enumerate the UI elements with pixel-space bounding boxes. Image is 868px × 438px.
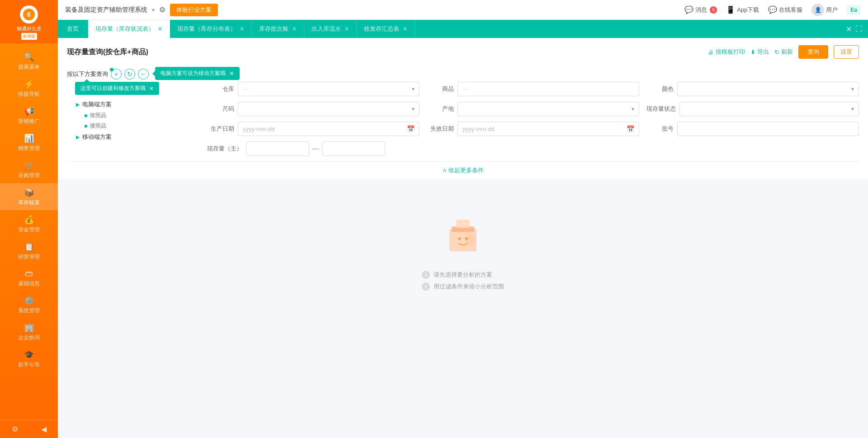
schema-sub-item-1[interactable]: ■ 按照品 [84,110,203,121]
system-dropdown[interactable]: ▾ [152,7,155,13]
exp-date-input[interactable]: yyyy-mm-dd 📅 [458,122,639,136]
sidebar-item-inventory[interactable]: 📦 库存核算 [0,183,58,210]
sidebar-item-operations[interactable]: 📋 经营管理 [0,237,58,264]
origin-select[interactable]: ▾ [458,102,639,116]
main-area: 装备及固定资产辅助管理系统 ▾ ⚙ 体验行业方案 💬 消息 6 📱 App下载 … [58,0,868,438]
origin-arrow: ▾ [632,106,634,112]
stock-to-input[interactable] [322,141,385,156]
online-service-action[interactable]: 💬 在线客服 [768,5,802,14]
tab-close-batch-account[interactable]: ✕ [292,26,297,32]
schema-area: 这里可以创建和修改方案哦 ✕ ▶ 电脑端方案 ■ 按 [67,82,859,161]
sidebar-item-system[interactable]: ⚙️ 系统管理 [0,291,58,318]
batch-input[interactable] [677,122,859,136]
filter-group-warehouse: 仓库 ··· ▾ [207,82,420,96]
settings-bottom-icon[interactable]: ⚙ [12,425,18,433]
collapse-icon[interactable]: ◀ [41,425,47,433]
sidebar-item-label: 库存核算 [18,199,40,207]
refresh-icon: ↻ [774,49,779,56]
tab-receive-send[interactable]: 收发存汇总表 ✕ [357,20,415,38]
sidebar-item-label: 采购管理 [18,172,40,179]
back-schema-btn[interactable]: ← [138,69,149,80]
prod-date-input[interactable]: yyyy-mm-dd 📅 [238,122,420,136]
sidebar-item-guide[interactable]: 🎓 新手引导 [0,345,58,372]
tab-close-inventory-status[interactable]: ✕ [158,26,162,32]
empty-svg [436,215,490,260]
sidebar-item-quicknav[interactable]: ⚡ 快捷导航 [0,75,58,102]
tab-close-inventory-dist[interactable]: ✕ [240,26,244,32]
sidebar-item-label: 营销推广 [18,118,40,125]
color-select[interactable]: ▾ [677,82,859,96]
chevron-up-icon: ∧ [442,167,447,174]
warehouse-placeholder: ··· [243,86,248,93]
refresh-schema-btn[interactable]: ↻ [124,69,135,80]
color-label: 颜色 [646,85,674,93]
tab-inout-flow[interactable]: 出入库流水 ✕ [304,20,357,38]
more-conditions-toggle[interactable]: ∧ 收起更多条件 [67,161,859,179]
tab-close-all-icon[interactable]: ✕ [846,25,852,33]
query-button[interactable]: 查询 [798,45,828,59]
sidebar-item-search[interactable]: 🔍 搜索菜单 [0,47,58,75]
schema-tree-mobile[interactable]: ▶ 移动端方案 [76,131,203,143]
sidebar-item-label: 销售管理 [18,145,40,152]
tab-close-inout-flow[interactable]: ✕ [344,26,349,32]
exp-date-calendar-icon[interactable]: 📅 [627,125,634,132]
filter-fields-panel: 仓库 ··· ▾ 商品 ··· [203,82,859,161]
sidebar-item-purchase[interactable]: 🛒 采购管理 [0,156,58,183]
tooltip1: 电脑方案可设为移动方案哦 ✕ [155,67,240,80]
inventory-icon: 📦 [24,188,34,198]
user-label: 用户 [826,6,838,14]
tab-maximize-icon[interactable]: ⛶ [855,25,863,33]
header-settings-icon[interactable]: ⚙ [159,5,165,14]
tab-home-label: 首页 [67,25,79,33]
sidebar-item-basic-info[interactable]: 🗃 基础信息 [0,264,58,291]
tab-home[interactable]: 首页 [58,20,88,38]
tab-batch-account[interactable]: 库存批次账 ✕ [252,20,304,38]
export-button[interactable]: ⬇ 导出 [750,48,769,56]
goods-select[interactable]: ··· [458,82,639,96]
sidebar-item-sales[interactable]: 📊 销售管理 [0,129,58,156]
empty-step-1: 1 请先选择要分析的方案 [422,271,504,279]
filter-group-status: 现存量状态 ▾ [646,102,859,116]
schema-sub-item-2[interactable]: ■ 接照品 [84,121,203,131]
prod-date-calendar-icon[interactable]: 📅 [407,125,415,132]
goods-label: 商品 [427,85,454,93]
warehouse-select[interactable]: ··· ▾ [238,82,420,96]
notification-badge: 6 [710,6,717,14]
size-label: 尺码 [207,105,234,113]
sidebar-item-marketing[interactable]: 📢 营销推广 [0,102,58,129]
refresh-button[interactable]: ↻ 刷新 [774,48,793,56]
step-1-num: 1 [422,271,430,279]
filter-section: 现存量查询(按仓库+商品) 🖨 按模板打印 ⬇ 导出 ↻ 刷新 查询 [58,38,868,179]
schema-tree-pc[interactable]: ▶ 电脑端方案 [76,99,203,110]
tooltip2: 这里可以创建和修改方案哦 ✕ [75,82,159,95]
experience-button[interactable]: 体验行业方案 [170,4,218,16]
sub-icon-1: ■ [84,113,87,119]
page-title: 现存量查询(按仓库+商品) [67,47,148,57]
add-schema-btn[interactable]: + [111,69,122,80]
stock-from-input[interactable] [246,141,309,156]
user-action[interactable]: 👤 用户 [811,4,838,16]
quicknav-icon: ⚡ [24,79,34,89]
basicinfo-icon: 🗃 [25,269,33,278]
sidebar-item-enterprise[interactable]: 🏢 企业协同 [0,318,58,345]
app-download-action[interactable]: 📱 App下载 [726,5,759,14]
tab-inventory-status[interactable]: 现存量（库存状况表） ✕ [88,20,170,38]
tooltip1-close[interactable]: ✕ [229,70,234,77]
tab-inventory-dist[interactable]: 现存量（库存分布表） ✕ [170,20,252,38]
sidebar-item-finance[interactable]: 💰 资金管理 [0,210,58,237]
filter-group-prod-date: 生产日期 yyyy-mm-dd 📅 [207,122,420,136]
tooltip2-close[interactable]: ✕ [149,85,154,92]
notification-action[interactable]: 💬 消息 6 [684,5,717,14]
refresh-small-icon: ↻ [127,71,132,78]
tab-close-receive-send[interactable]: ✕ [403,26,407,32]
notification-label: 消息 [695,6,707,14]
settings-button[interactable]: 设置 [834,45,859,59]
print-button[interactable]: 🖨 按模板打印 [708,48,745,56]
refresh-label: 刷新 [781,48,793,56]
size-select[interactable]: ▾ [238,102,420,116]
batch-label: 批号 [646,125,674,133]
print-label: 按模板打印 [716,48,745,56]
app-download-label: App下载 [737,6,759,14]
status-select[interactable]: ▾ [679,102,859,116]
filter-group-size: 尺码 ▾ [207,102,420,116]
